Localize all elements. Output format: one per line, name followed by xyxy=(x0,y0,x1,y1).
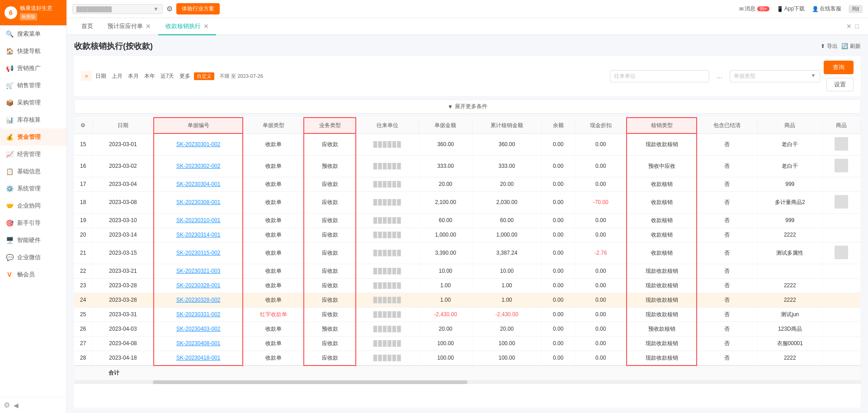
bill-type-select[interactable]: 单据类型 ▼ xyxy=(730,70,820,82)
cell-bill-no[interactable]: SK-20230310-001 xyxy=(154,213,243,228)
cell-bill-no[interactable]: SK-20230328-002 xyxy=(154,293,243,307)
date-option-this-year[interactable]: 本年 xyxy=(142,71,157,81)
partner-input[interactable]: 往来单位 xyxy=(610,70,709,82)
scrollbar-thumb[interactable] xyxy=(153,380,467,384)
bill-no-link[interactable]: SK-20230408-001 xyxy=(176,340,220,347)
cell-bill-no[interactable]: SK-20230302-002 xyxy=(154,155,243,177)
th-include-settled[interactable]: 包含已结清 xyxy=(697,118,757,133)
table-row[interactable]: 242023-03-28SK-20230328-002收款单应收款██████1… xyxy=(74,293,861,307)
table-row[interactable]: 172023-03-04SK-20230304-001收款单应收款██████2… xyxy=(74,177,861,191)
table-row[interactable]: 192023-03-10SK-20230310-001收款单应收款██████6… xyxy=(74,213,861,228)
bill-no-link[interactable]: SK-20230328-001 xyxy=(176,282,220,289)
sidebar-item-system[interactable]: ⚙️ 系统管理 xyxy=(0,180,66,197)
gear-icon[interactable]: ⚙ xyxy=(166,5,173,13)
tab-receipt-close[interactable]: ✕ xyxy=(203,23,209,30)
window-close-button[interactable]: ✕ xyxy=(844,23,854,30)
app-download-action[interactable]: 📱 App下载 xyxy=(777,5,805,13)
settings-icon[interactable]: ⚙ xyxy=(4,401,10,409)
table-row[interactable]: 272023-04-08SK-20230408-001收款单应收款██████1… xyxy=(74,336,861,351)
bill-no-link[interactable]: SK-20230302-002 xyxy=(176,163,220,169)
th-bill-no[interactable]: 单据编号 xyxy=(154,118,243,133)
th-settings[interactable]: ⚙ xyxy=(74,118,92,133)
user-avatar[interactable]: Rit xyxy=(849,5,863,13)
date-option-7days[interactable]: 近7天 xyxy=(159,71,176,81)
cell-bill-no[interactable]: SK-20230304-001 xyxy=(154,177,243,191)
bill-no-link[interactable]: SK-20230301-002 xyxy=(176,141,220,147)
sidebar-item-finance[interactable]: 💰 资金管理 xyxy=(0,128,66,146)
cell-bill-no[interactable]: SK-20230301-002 xyxy=(154,133,243,155)
table-row[interactable]: 182023-03-08SK-20230308-001收款单应收款██████2… xyxy=(74,191,861,213)
th-biz-type[interactable]: 业务类型 xyxy=(304,118,356,133)
date-option-this-month[interactable]: 本月 xyxy=(126,71,141,81)
tab-prepay-close[interactable]: ✕ xyxy=(146,23,151,30)
bill-no-link[interactable]: SK-20230315-002 xyxy=(176,250,220,256)
th-balance[interactable]: 余额 xyxy=(542,118,575,133)
tab-receipt-verify[interactable]: 收款核销执行 ✕ xyxy=(158,18,216,35)
sidebar-item-basic[interactable]: 📋 基础信息 xyxy=(0,163,66,180)
cell-bill-no[interactable]: SK-20230314-001 xyxy=(154,228,243,242)
table-row[interactable]: 162023-03-02SK-20230302-002收款单预收款██████3… xyxy=(74,155,861,177)
horizontal-scrollbar[interactable] xyxy=(74,380,861,384)
settings-button[interactable]: 设置 xyxy=(826,78,854,91)
cell-bill-no[interactable]: SK-20230408-001 xyxy=(154,336,243,351)
sidebar-item-quick-nav[interactable]: 🏠 快捷导航 xyxy=(0,43,66,60)
sidebar-item-inventory[interactable]: 📊 库存核算 xyxy=(0,111,66,128)
bill-no-link[interactable]: SK-20230308-001 xyxy=(176,199,220,205)
refresh-button[interactable]: 🔄 刷新 xyxy=(841,43,861,50)
sidebar-item-marketing[interactable]: 📢 营销推广 xyxy=(0,60,66,77)
date-option-more[interactable]: 更多 xyxy=(178,71,192,81)
th-partner[interactable]: 往来单位 xyxy=(356,118,419,133)
sidebar-item-purchase[interactable]: 📦 采购管理 xyxy=(0,94,66,111)
th-amount[interactable]: 单据金额 xyxy=(419,118,472,133)
table-row[interactable]: 212023-03-15SK-20230315-002收款单应收款██████3… xyxy=(74,242,861,264)
table-row[interactable]: 152023-03-01SK-20230301-002收款单应收款██████3… xyxy=(74,133,861,155)
bill-no-link[interactable]: SK-20230304-001 xyxy=(176,181,220,187)
table-row[interactable]: 252023-03-31SK-20230331-002红字收款单应收款█████… xyxy=(74,307,861,322)
bill-no-link[interactable]: SK-20230321-003 xyxy=(176,268,220,274)
sidebar-item-operation[interactable]: 📈 经营管理 xyxy=(0,146,66,163)
sidebar-item-enterprise[interactable]: 🤝 企业协同 xyxy=(0,197,66,214)
tab-home[interactable]: 首页 xyxy=(74,18,100,35)
sidebar-item-search[interactable]: 🔍 搜索菜单 xyxy=(0,25,66,43)
cell-bill-no[interactable]: SK-20230321-003 xyxy=(154,264,243,278)
date-option-last-month[interactable]: 上月 xyxy=(110,71,124,81)
sidebar-item-member[interactable]: V 畅会员 xyxy=(0,266,66,283)
th-verify-type[interactable]: 核销类型 xyxy=(627,118,697,133)
bill-no-link[interactable]: SK-20230403-002 xyxy=(176,326,220,332)
industry-solution-button[interactable]: 体验行业方案 xyxy=(176,3,220,14)
query-button[interactable]: 查询 xyxy=(824,61,854,74)
filter-toggle-button[interactable]: » xyxy=(81,71,92,81)
table-row[interactable]: 202023-03-14SK-20230314-001收款单应收款██████1… xyxy=(74,228,861,242)
export-button[interactable]: ⬆ 导出 xyxy=(821,43,838,50)
th-goods[interactable]: 商品 xyxy=(757,118,822,133)
table-row[interactable]: 262023-04-03SK-20230403-002收款单预收款██████2… xyxy=(74,322,861,336)
bill-no-link[interactable]: SK-20230418-001 xyxy=(176,355,220,361)
bill-no-link[interactable]: SK-20230328-002 xyxy=(176,297,220,303)
cell-bill-no[interactable]: SK-20230331-002 xyxy=(154,307,243,322)
bill-no-link[interactable]: SK-20230310-001 xyxy=(176,217,220,223)
th-discount[interactable]: 现金折扣 xyxy=(575,118,627,133)
online-service-action[interactable]: 👤 在线客服 xyxy=(812,5,841,13)
table-row[interactable]: 222023-03-21SK-20230321-003收款单应收款██████1… xyxy=(74,264,861,278)
cell-bill-no[interactable]: SK-20230328-001 xyxy=(154,278,243,293)
sidebar-item-wechat[interactable]: 💬 企业微信 xyxy=(0,249,66,266)
address-bar[interactable]: ██████████ ▼ xyxy=(72,4,163,14)
sidebar-item-guide[interactable]: 🎯 新手引导 xyxy=(0,214,66,232)
custom-date-button[interactable]: 自定义 xyxy=(194,72,214,80)
sidebar-item-sales[interactable]: 🛒 销售管理 xyxy=(0,77,66,94)
tab-prepay[interactable]: 预计应应付单 ✕ xyxy=(100,18,158,35)
expand-conditions-bar[interactable]: ▼ 展开更多条件 xyxy=(74,100,861,114)
sidebar-item-hardware[interactable]: 🖥️ 智能硬件 xyxy=(0,232,66,249)
th-bill-type[interactable]: 单据类型 xyxy=(243,118,304,133)
message-action[interactable]: ✉ 消息 99+ xyxy=(739,5,769,13)
cell-bill-no[interactable]: SK-20230308-001 xyxy=(154,191,243,213)
th-goods2[interactable]: 商品 xyxy=(822,118,860,133)
window-max-button[interactable]: □ xyxy=(854,23,861,30)
th-date[interactable]: 日期 xyxy=(92,118,154,133)
collapse-icon[interactable]: ◀ xyxy=(14,402,19,409)
cell-bill-no[interactable]: SK-20230418-001 xyxy=(154,351,243,366)
th-verified[interactable]: 累计核销金额 xyxy=(472,118,542,133)
cell-bill-no[interactable]: SK-20230403-002 xyxy=(154,322,243,336)
bill-no-link[interactable]: SK-20230331-002 xyxy=(176,311,220,318)
table-row[interactable]: 282023-04-18SK-20230418-001收款单应收款██████1… xyxy=(74,351,861,366)
